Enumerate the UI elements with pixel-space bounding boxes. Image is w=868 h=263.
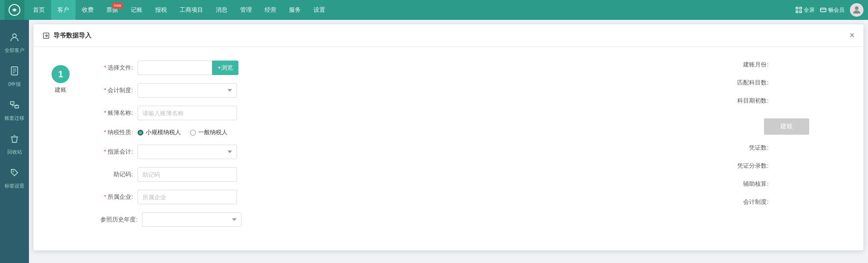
sidebar: 全部客户 0申报 账套迁移 回收站 标签设置 bbox=[0, 20, 29, 263]
accounting-system-label: 会计制度: bbox=[97, 86, 133, 94]
dialog-body: 1 建账 选择文件: +浏览 bbox=[33, 47, 863, 249]
new-badge: new bbox=[112, 3, 123, 9]
period-initial-label: 科目期初数: bbox=[728, 97, 768, 105]
svg-rect-2 bbox=[800, 7, 802, 9]
main-layout: 全部客户 0申报 账套迁移 回收站 标签设置 bbox=[0, 0, 868, 263]
tax-type-row: 纳税性质: 小规模纳税人 一般纳税人 bbox=[97, 128, 701, 136]
svg-point-7 bbox=[13, 34, 16, 38]
memo-code-row: 助记码: bbox=[97, 167, 701, 182]
match-subjects-label: 匹配科目数: bbox=[728, 79, 768, 87]
step-label: 建账 bbox=[55, 86, 66, 94]
build-account-button[interactable]: 建账 bbox=[764, 118, 809, 135]
trash-icon bbox=[6, 131, 23, 147]
form-section: 选择文件: +浏览 会计制度: bbox=[97, 61, 701, 235]
sidebar-item-tags[interactable]: 标签设置 bbox=[0, 160, 29, 194]
assign-accountant-select[interactable] bbox=[138, 145, 237, 159]
dialog-header-left: 导爷数据导入 bbox=[43, 32, 91, 40]
import-icon bbox=[43, 32, 50, 39]
avatar[interactable] bbox=[850, 3, 863, 17]
company-row: 所属企业: bbox=[97, 190, 701, 204]
nav-item-fee[interactable]: 收费 bbox=[76, 0, 100, 20]
reference-year-select[interactable] bbox=[142, 212, 242, 227]
svg-point-6 bbox=[855, 6, 859, 10]
nav-item-settings[interactable]: 设置 bbox=[307, 0, 332, 20]
right-accounting-system-row: 会计制度: bbox=[728, 198, 845, 206]
reference-year-row: 参照历史年度: bbox=[97, 212, 701, 227]
svg-rect-4 bbox=[800, 11, 802, 13]
user-icon bbox=[6, 29, 23, 45]
book-name-row: 账簿名称: bbox=[97, 106, 701, 120]
svg-rect-3 bbox=[796, 11, 798, 13]
nav-item-service[interactable]: 服务 bbox=[283, 0, 307, 20]
nav-right: 全屏 畅会员 bbox=[796, 3, 863, 17]
voucher-entries-row: 凭证分录数: bbox=[728, 162, 845, 170]
file-input-group: +浏览 bbox=[138, 61, 238, 75]
assign-accountant-label: 指派会计: bbox=[97, 148, 133, 156]
vip-button[interactable]: 畅会员 bbox=[820, 6, 844, 14]
company-input[interactable] bbox=[138, 190, 237, 204]
dialog-header: 导爷数据导入 × bbox=[33, 24, 863, 47]
voucher-count-label: 凭证数: bbox=[728, 144, 768, 152]
book-name-label: 账簿名称: bbox=[97, 109, 133, 117]
dialog: 导爷数据导入 × 1 建账 选择文件: bbox=[33, 24, 863, 250]
nav-item-message[interactable]: 消息 bbox=[209, 0, 234, 20]
top-nav: 首页 客户 收费 票据 new 记账 报税 工商项目 消息 管理 经营 bbox=[0, 0, 868, 20]
voucher-entries-label: 凭证分录数: bbox=[728, 162, 768, 170]
book-name-input[interactable] bbox=[138, 106, 237, 120]
sidebar-item-all-customers[interactable]: 全部客户 bbox=[0, 24, 29, 58]
period-initial-row: 科目期初数: bbox=[728, 97, 845, 105]
fullscreen-button[interactable]: 全屏 bbox=[796, 6, 815, 14]
nav-item-bookkeeping[interactable]: 记账 bbox=[124, 0, 149, 20]
fullscreen-label: 全屏 bbox=[804, 6, 815, 14]
svg-rect-12 bbox=[10, 102, 14, 104]
main-content: 导爷数据导入 × 1 建账 选择文件: bbox=[29, 20, 868, 263]
right-panel: 建账月份: 匹配科目数: 科目期初数: 建账 凭证 bbox=[728, 61, 845, 235]
sidebar-item-migrate[interactable]: 账套迁移 bbox=[0, 92, 29, 126]
nav-items: 首页 客户 收费 票据 new 记账 报税 工商项目 消息 管理 经营 bbox=[24, 0, 796, 20]
aux-accounting-label: 辅助核算: bbox=[728, 180, 768, 188]
dialog-title: 导爷数据导入 bbox=[53, 32, 91, 40]
tag-icon bbox=[6, 164, 23, 181]
app-logo[interactable] bbox=[5, 0, 24, 20]
company-label: 所属企业: bbox=[97, 193, 133, 201]
match-subjects-row: 匹配科目数: bbox=[728, 79, 845, 87]
reference-year-label: 参照历史年度: bbox=[97, 216, 138, 224]
memo-code-label: 助记码: bbox=[97, 170, 133, 178]
nav-item-home[interactable]: 首页 bbox=[27, 0, 51, 20]
right-accounting-system-label: 会计制度: bbox=[728, 198, 768, 206]
assign-accountant-row: 指派会计: bbox=[97, 145, 701, 159]
nav-item-invoice[interactable]: 票据 new bbox=[100, 0, 124, 20]
migrate-icon bbox=[6, 97, 23, 113]
tax-general-radio[interactable]: 一般纳税人 bbox=[190, 128, 228, 136]
voucher-count-row: 凭证数: bbox=[728, 144, 845, 152]
vip-label: 畅会员 bbox=[828, 6, 844, 14]
memo-code-input[interactable] bbox=[138, 167, 237, 182]
sidebar-item-zero-declaration[interactable]: 0申报 bbox=[0, 58, 29, 92]
tax-type-label: 纳税性质: bbox=[97, 128, 133, 136]
build-month-row: 建账月份: bbox=[728, 61, 845, 69]
tax-small-radio[interactable]: 小规模纳税人 bbox=[138, 128, 181, 136]
svg-rect-5 bbox=[821, 8, 826, 12]
build-month-label: 建账月份: bbox=[728, 61, 768, 69]
file-path-input[interactable] bbox=[138, 61, 212, 75]
step-circle: 1 bbox=[52, 65, 70, 83]
step-area: 1 建账 bbox=[52, 61, 70, 235]
browse-button[interactable]: +浏览 bbox=[212, 61, 238, 75]
sidebar-item-trash[interactable]: 回收站 bbox=[0, 126, 29, 160]
dialog-close-button[interactable]: × bbox=[849, 31, 854, 40]
accounting-system-row: 会计制度: bbox=[97, 83, 701, 98]
nav-item-tax[interactable]: 报税 bbox=[149, 0, 173, 20]
select-file-label: 选择文件: bbox=[97, 64, 133, 72]
nav-item-operation[interactable]: 经营 bbox=[258, 0, 283, 20]
nav-item-customer[interactable]: 客户 bbox=[51, 0, 76, 20]
svg-point-15 bbox=[13, 171, 14, 172]
nav-item-business[interactable]: 工商项目 bbox=[173, 0, 209, 20]
report-icon bbox=[6, 63, 23, 79]
nav-item-manage[interactable]: 管理 bbox=[234, 0, 258, 20]
svg-rect-1 bbox=[796, 7, 798, 9]
aux-accounting-row: 辅助核算: bbox=[728, 180, 845, 188]
tax-type-radio-group: 小规模纳税人 一般纳税人 bbox=[138, 128, 228, 136]
accounting-system-select[interactable] bbox=[138, 83, 237, 98]
select-file-row: 选择文件: +浏览 bbox=[97, 61, 701, 75]
